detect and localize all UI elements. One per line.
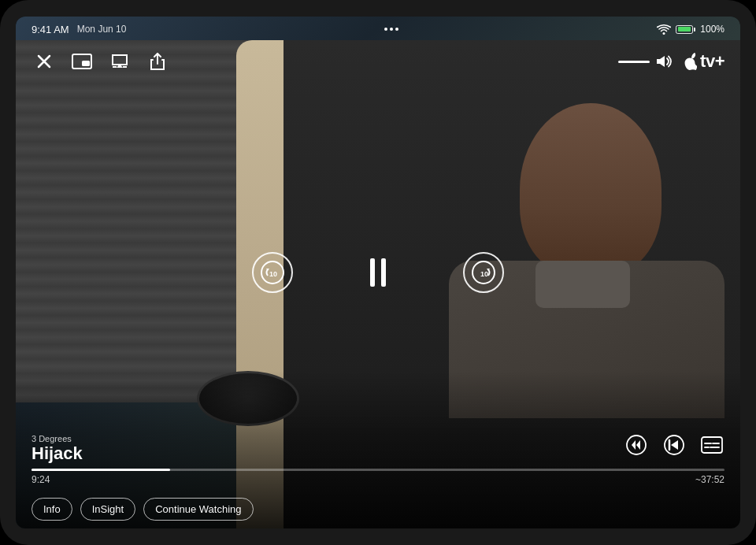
- playback-controls: 10 10: [252, 250, 504, 295]
- title-area: 3 Degrees Hijack: [32, 434, 724, 464]
- status-time: 9:41 AM Mon Jun 10: [32, 24, 126, 35]
- remaining-time: ~37:52: [695, 474, 724, 485]
- window-blinds: [16, 40, 260, 402]
- volume-icon: [656, 54, 673, 69]
- top-player-controls: tv+: [16, 42, 740, 81]
- date-display: Mon Jun 10: [77, 24, 127, 35]
- pip-button[interactable]: [69, 49, 94, 74]
- time-display: 9:41 AM: [32, 24, 69, 35]
- pip-icon: [72, 54, 92, 69]
- share-icon: [150, 53, 165, 70]
- top-right-area: tv+: [618, 51, 724, 72]
- dot-3: [395, 28, 398, 31]
- pause-bar-left: [370, 258, 375, 287]
- pause-button[interactable]: [356, 250, 400, 295]
- progress-bar[interactable]: [32, 469, 724, 471]
- show-name: 3 Degrees: [32, 434, 724, 443]
- svg-rect-23: [82, 61, 90, 66]
- apple-logo-icon: [683, 53, 697, 70]
- top-left-buttons: [32, 49, 170, 74]
- forward-icon: 10: [471, 260, 496, 285]
- close-button[interactable]: [32, 49, 57, 74]
- rewind-icon: 10: [260, 260, 285, 285]
- episode-title: Hijack: [32, 443, 724, 464]
- status-dots: [384, 28, 398, 31]
- svg-text:10: 10: [480, 270, 488, 278]
- current-time: 9:24: [32, 474, 50, 485]
- dot-1: [384, 28, 387, 31]
- pause-bar-right: [381, 258, 386, 287]
- continue-watching-button[interactable]: Continue Watching: [143, 498, 253, 521]
- ipad-screen: 9:41 AM Mon Jun 10: [16, 17, 740, 528]
- time-row: 9:24 ~37:52: [32, 474, 724, 485]
- status-indicators: 100%: [657, 24, 724, 35]
- battery-percentage: 100%: [700, 24, 724, 35]
- svg-point-19: [663, 32, 665, 35]
- info-button[interactable]: Info: [32, 498, 72, 521]
- battery-indicator: [676, 25, 695, 34]
- volume-line: [618, 61, 650, 63]
- ipad-frame: 9:41 AM Mon Jun 10: [0, 0, 756, 545]
- progress-fill: [32, 469, 170, 471]
- insight-button[interactable]: InSight: [80, 498, 135, 521]
- share-button[interactable]: [145, 49, 170, 74]
- wifi-icon: [657, 24, 671, 35]
- bottom-controls: 3 Degrees Hijack 9:24 ~37:52: [16, 434, 740, 485]
- pill-buttons: Info InSight Continue Watching: [32, 498, 254, 521]
- close-icon: [37, 54, 51, 69]
- forward-10-button[interactable]: 10: [463, 252, 504, 293]
- airplay-button[interactable]: [107, 49, 132, 74]
- pause-icon: [370, 258, 386, 287]
- progress-container[interactable]: [32, 469, 724, 471]
- volume-control[interactable]: [618, 54, 673, 69]
- rewind-10-button[interactable]: 10: [252, 252, 293, 293]
- dot-2: [390, 28, 393, 31]
- airplay-icon: [111, 54, 128, 69]
- svg-text:10: 10: [269, 270, 277, 278]
- status-bar: 9:41 AM Mon Jun 10: [16, 17, 740, 42]
- apple-tv-logo: tv+: [683, 51, 724, 72]
- tv-plus-text: tv+: [700, 51, 724, 72]
